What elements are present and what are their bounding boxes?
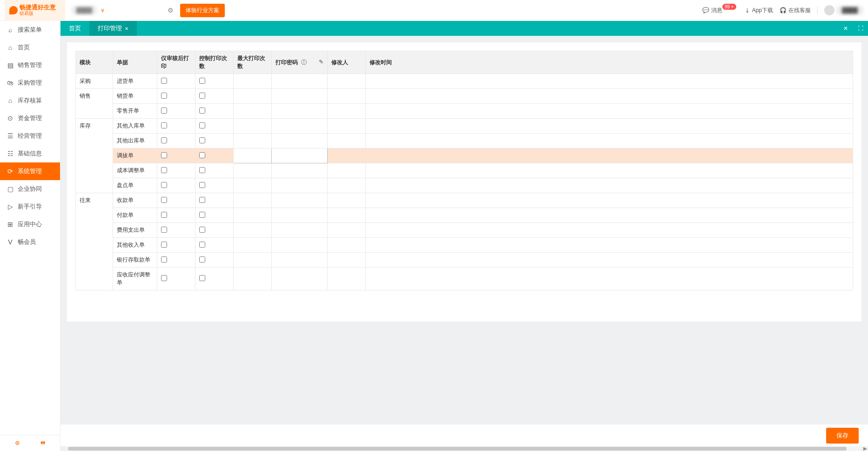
sidebar-item-stock[interactable]: ⌂库存核算	[0, 92, 60, 109]
cell-mod-time	[366, 104, 853, 119]
cell-mod-time	[366, 163, 853, 178]
cell-mod-time	[366, 74, 853, 89]
panel: 模块 单据 仅审核后打印 控制打印次数 最大打印次数 打印密码 ⓘ ✎	[67, 42, 861, 322]
horizontal-scrollbar[interactable]: ▶	[67, 446, 861, 451]
sidebar-item-guide[interactable]: ▷新手引导	[0, 198, 60, 215]
audit-print-checkbox[interactable]	[161, 242, 167, 248]
cell-audit-print	[157, 178, 195, 193]
scroll-right-icon[interactable]: ▶	[863, 446, 867, 451]
tab-print-mgmt[interactable]: 打印管理 ✕	[89, 21, 137, 36]
audit-print-checkbox[interactable]	[161, 182, 167, 188]
sidebar-item-collab[interactable]: ▢企业协同	[0, 180, 60, 198]
audit-print-checkbox[interactable]	[161, 108, 167, 114]
sidebar-item-label: 首页	[18, 43, 30, 52]
cell-doc: 其他出库单	[113, 134, 157, 148]
cell-audit-print	[157, 238, 195, 253]
sidebar-collapse-icon[interactable]: ⯬	[40, 440, 46, 446]
audit-print-checkbox[interactable]	[161, 93, 167, 99]
cell-mod-by	[328, 223, 366, 238]
edit-column-icon[interactable]: ✎	[319, 59, 323, 65]
app-download-link[interactable]: ⭳ App下载	[745, 7, 773, 14]
ctrl-count-checkbox[interactable]	[199, 227, 205, 233]
audit-print-checkbox[interactable]	[161, 167, 167, 173]
sidebar-item-vip[interactable]: V畅会员	[0, 233, 60, 251]
ctrl-count-checkbox[interactable]	[199, 256, 205, 263]
sidebar-item-purchase[interactable]: 🛍采购管理	[0, 74, 60, 92]
cell-max-count	[234, 89, 272, 104]
ctrl-count-checkbox[interactable]	[199, 167, 205, 173]
system-icon: ⟳	[7, 168, 14, 175]
sidebar-item-search[interactable]: ⌕搜索菜单	[0, 21, 60, 39]
table-header-row: 模块 单据 仅审核后打印 控制打印次数 最大打印次数 打印密码 ⓘ ✎	[76, 51, 853, 74]
table-row: 销售销货单	[76, 89, 853, 104]
sidebar-item-system[interactable]: ⟳系统管理	[0, 162, 60, 180]
cell-max-count	[234, 104, 272, 119]
audit-print-checkbox[interactable]	[161, 212, 167, 218]
sidebar-item-base[interactable]: ☷基础信息	[0, 145, 60, 162]
search-icon: ⌕	[7, 26, 14, 34]
audit-print-checkbox[interactable]	[161, 78, 167, 84]
avatar-icon	[824, 5, 834, 15]
ctrl-count-checkbox[interactable]	[199, 108, 205, 114]
cell-doc: 成本调整单	[113, 163, 157, 178]
tab-close-icon[interactable]: ✕	[125, 26, 128, 31]
cell-mod-time	[366, 148, 853, 163]
sidebar-item-sales[interactable]: ▤销售管理	[0, 56, 60, 74]
brand-logo[interactable]: 畅捷通好生意 链易版	[5, 0, 65, 21]
cell-mod-by	[328, 119, 366, 134]
app-root: 畅捷通好生意 链易版 ████ ∨ ⚙ 体验行业方案 💬 消息 99 + ⭳ A…	[0, 0, 868, 451]
cell-mod-time	[366, 268, 853, 290]
sidebar-item-apps[interactable]: ⊞应用中心	[0, 215, 60, 233]
audit-print-checkbox[interactable]	[161, 122, 167, 128]
ctrl-count-checkbox[interactable]	[199, 275, 205, 281]
messages-link[interactable]: 💬 消息 99 +	[702, 7, 738, 14]
tabs-close-all-icon[interactable]: ✕	[838, 21, 853, 36]
brand-name: 畅捷通好生意	[20, 4, 56, 10]
ctrl-count-checkbox[interactable]	[199, 137, 205, 143]
ctrl-count-checkbox[interactable]	[199, 122, 205, 128]
tab-print-label: 打印管理	[98, 24, 122, 33]
sidebar-settings-icon[interactable]: ⚙	[15, 440, 20, 446]
ctrl-count-checkbox[interactable]	[199, 212, 205, 218]
cell-mod-by	[328, 238, 366, 253]
help-icon[interactable]: ⓘ	[301, 59, 307, 66]
cell-password	[272, 253, 328, 268]
tab-home[interactable]: 首页	[61, 21, 89, 36]
company-selector[interactable]: ████ ∨	[72, 6, 165, 14]
ctrl-count-checkbox[interactable]	[199, 197, 205, 203]
sidebar-item-label: 销售管理	[18, 61, 42, 69]
cell-password[interactable]	[272, 148, 328, 163]
audit-print-checkbox[interactable]	[161, 275, 167, 281]
ctrl-count-checkbox[interactable]	[199, 242, 205, 248]
cell-doc: 付款单	[113, 208, 157, 223]
audit-print-checkbox[interactable]	[161, 256, 167, 263]
online-service-link[interactable]: 🎧 在线客服	[780, 7, 811, 14]
sidebar-item-label: 应用中心	[18, 220, 42, 229]
tabs-fullscreen-icon[interactable]: ⛶	[853, 21, 868, 36]
audit-print-checkbox[interactable]	[161, 227, 167, 233]
sidebar-item-home[interactable]: ⌂首页	[0, 39, 60, 56]
th-doc: 单据	[113, 51, 157, 74]
headset-icon: 🎧	[780, 7, 787, 13]
cell-mod-time	[366, 193, 853, 208]
industry-plan-button[interactable]: 体验行业方案	[180, 4, 225, 17]
cell-max-count[interactable]	[234, 148, 272, 163]
audit-print-checkbox[interactable]	[161, 137, 167, 143]
scrollbar-thumb[interactable]	[68, 447, 847, 451]
ctrl-count-checkbox[interactable]	[199, 93, 205, 99]
sidebar-item-fund[interactable]: ⊙资金管理	[0, 109, 60, 127]
audit-print-checkbox[interactable]	[161, 197, 167, 203]
audit-print-checkbox[interactable]	[161, 152, 167, 158]
sidebar-item-report[interactable]: ☰经营管理	[0, 127, 60, 145]
ctrl-count-checkbox[interactable]	[199, 182, 205, 188]
user-menu[interactable]: ████	[824, 5, 863, 15]
save-button[interactable]: 保存	[826, 428, 859, 444]
ctrl-count-checkbox[interactable]	[199, 152, 205, 158]
cell-mod-time	[366, 253, 853, 268]
company-name: ████	[72, 6, 97, 14]
cell-audit-print	[157, 163, 195, 178]
ctrl-count-checkbox[interactable]	[199, 78, 205, 84]
settings-gear-icon[interactable]: ⚙	[168, 7, 174, 14]
cell-password	[272, 134, 328, 148]
cell-doc: 银行存取款单	[113, 253, 157, 268]
